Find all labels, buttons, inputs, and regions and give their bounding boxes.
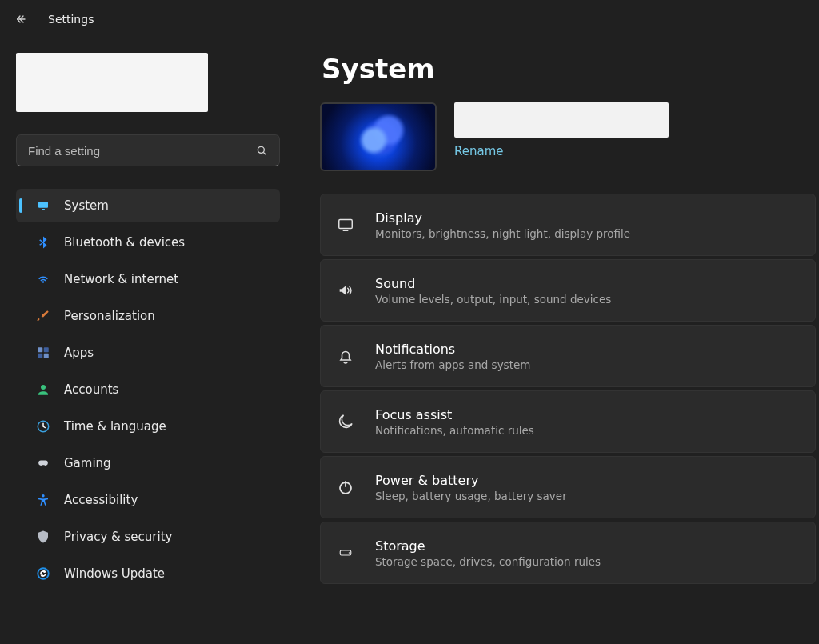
card-title: Storage xyxy=(375,538,601,554)
svg-rect-5 xyxy=(38,354,42,358)
svg-point-7 xyxy=(41,385,46,390)
device-block: Rename xyxy=(320,102,819,171)
card-title: Display xyxy=(375,210,630,226)
sidebar-item-label: Windows Update xyxy=(64,566,272,581)
sidebar-item-label: System xyxy=(64,198,272,213)
monitor-icon xyxy=(35,198,51,214)
moon-icon xyxy=(335,411,356,432)
search-icon xyxy=(255,144,268,157)
paintbrush-icon xyxy=(35,308,51,324)
card-sound[interactable]: Sound Volume levels, output, input, soun… xyxy=(320,259,816,322)
clock-globe-icon xyxy=(35,418,51,434)
rename-link[interactable]: Rename xyxy=(454,144,504,158)
card-title: Focus assist xyxy=(375,407,534,422)
card-subtitle: Alerts from apps and system xyxy=(375,358,530,371)
sidebar-item-label: Personalization xyxy=(64,309,272,323)
sidebar-item-label: Privacy & security xyxy=(64,530,272,544)
card-title: Power & battery xyxy=(375,473,567,488)
main-content: System Rename Display Monitors, brightne… xyxy=(296,38,819,644)
sidebar-item-apps[interactable]: Apps xyxy=(16,336,280,370)
sidebar-item-label: Accounts xyxy=(64,382,272,397)
app-title: Settings xyxy=(48,13,94,26)
card-notifications[interactable]: Notifications Alerts from apps and syste… xyxy=(320,325,816,387)
back-button[interactable] xyxy=(14,12,29,26)
sidebar-item-label: Time & language xyxy=(64,419,272,434)
accessibility-icon xyxy=(35,492,51,508)
update-icon xyxy=(35,566,51,582)
gamepad-icon xyxy=(35,455,51,471)
svg-rect-6 xyxy=(44,354,49,358)
person-icon xyxy=(35,382,51,398)
sidebar-item-time-language[interactable]: Time & language xyxy=(16,410,280,443)
card-title: Sound xyxy=(375,276,611,291)
wifi-icon xyxy=(35,271,51,287)
active-indicator xyxy=(19,198,22,213)
sidebar-item-label: Apps xyxy=(64,346,272,360)
bell-icon xyxy=(335,346,356,366)
sidebar-item-label: Bluetooth & devices xyxy=(64,235,272,250)
power-icon xyxy=(335,477,356,498)
svg-point-0 xyxy=(258,146,264,153)
sidebar-item-label: Gaming xyxy=(64,456,272,470)
card-subtitle: Notifications, automatic rules xyxy=(375,424,534,437)
device-thumbnail[interactable] xyxy=(320,102,437,171)
svg-rect-1 xyxy=(38,202,48,207)
sound-icon xyxy=(335,280,356,301)
card-subtitle: Sleep, battery usage, battery saver xyxy=(375,490,567,502)
sidebar-item-network[interactable]: Network & internet xyxy=(16,262,280,296)
search-input[interactable] xyxy=(28,144,255,158)
apps-icon xyxy=(35,345,51,361)
display-icon xyxy=(335,214,356,235)
sidebar-item-system[interactable]: System xyxy=(16,189,280,222)
card-display[interactable]: Display Monitors, brightness, night ligh… xyxy=(320,194,816,256)
sidebar-item-personalization[interactable]: Personalization xyxy=(16,299,280,333)
card-focus-assist[interactable]: Focus assist Notifications, automatic ru… xyxy=(320,390,816,453)
sidebar-item-privacy[interactable]: Privacy & security xyxy=(16,520,280,554)
device-info: Rename xyxy=(454,102,669,158)
sidebar-item-accounts[interactable]: Accounts xyxy=(16,373,280,406)
card-subtitle: Monitors, brightness, night light, displ… xyxy=(375,227,630,240)
titlebar: Settings xyxy=(0,0,819,38)
sidebar-item-gaming[interactable]: Gaming xyxy=(16,446,280,480)
card-storage[interactable]: Storage Storage space, drives, configura… xyxy=(320,522,816,584)
card-subtitle: Volume levels, output, input, sound devi… xyxy=(375,293,611,306)
shield-icon xyxy=(35,529,51,545)
sidebar-item-label: Accessibility xyxy=(64,493,272,507)
sidebar-item-windows-update[interactable]: Windows Update xyxy=(16,557,280,590)
storage-icon xyxy=(335,542,356,563)
search-box[interactable] xyxy=(16,134,280,166)
svg-rect-3 xyxy=(38,347,42,352)
account-card-redacted[interactable] xyxy=(16,53,208,112)
sidebar-item-accessibility[interactable]: Accessibility xyxy=(16,483,280,517)
card-title: Notifications xyxy=(375,342,530,357)
page-title: System xyxy=(322,53,819,85)
svg-rect-4 xyxy=(44,347,49,352)
svg-point-9 xyxy=(42,494,44,497)
card-power-battery[interactable]: Power & battery Sleep, battery usage, ba… xyxy=(320,456,816,518)
sidebar-nav: System Bluetooth & devices Network & int… xyxy=(16,189,280,590)
card-subtitle: Storage space, drives, configuration rul… xyxy=(375,555,601,568)
bluetooth-icon xyxy=(35,234,51,250)
sidebar-item-label: Network & internet xyxy=(64,272,272,286)
svg-rect-2 xyxy=(42,209,45,210)
svg-point-14 xyxy=(349,552,350,554)
settings-cards: Display Monitors, brightness, night ligh… xyxy=(320,194,819,584)
sidebar: System Bluetooth & devices Network & int… xyxy=(0,38,296,644)
svg-point-10 xyxy=(38,568,49,579)
sidebar-item-bluetooth[interactable]: Bluetooth & devices xyxy=(16,226,280,259)
svg-rect-11 xyxy=(339,220,353,229)
device-name-redacted xyxy=(454,102,669,138)
